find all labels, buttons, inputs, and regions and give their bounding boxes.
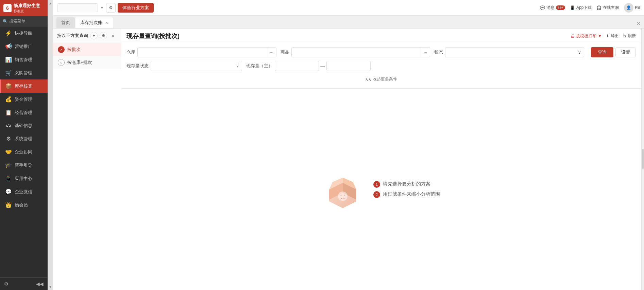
inventory-icon: 📦 (5, 83, 12, 89)
goods-filter: 商品 ··· (281, 47, 430, 57)
scheme-item-by-warehouse-batch[interactable]: ○ 按仓库+批次 (53, 56, 121, 69)
sidebar-footer: ⚙ ◀◀ (0, 277, 48, 290)
inventory-qty-label: 现存量（主） (246, 63, 273, 69)
inventory-qty-max-input[interactable] (326, 61, 371, 71)
collapse-sidebar-icon[interactable]: ◀◀ (36, 281, 44, 287)
finance-label: 资金管理 (15, 96, 32, 103)
online-service-label: 在线客服 (603, 5, 619, 11)
sidebar-item-marketing[interactable]: 📢 营销推广 (0, 40, 48, 53)
main-area: ▼ ⚙ 体验行业方案 💬 消息 99+ 📱 App下载 🎧 在线客服 (53, 0, 644, 290)
purchase-icon: 🛒 (5, 70, 12, 76)
apps-label: 应用中心 (15, 176, 32, 182)
sidebar-item-member[interactable]: 👑 畅会员 (0, 198, 48, 212)
collapse-panel-button[interactable]: « (109, 32, 117, 39)
warehouse-more-btn[interactable]: ··· (267, 48, 276, 57)
left-panel-actions: + ⚙ « (90, 32, 117, 39)
tab-close-button[interactable]: ✕ (636, 20, 641, 27)
export-label: 导出 (611, 33, 619, 39)
sidebar-item-purchase[interactable]: 🛒 采购管理 (0, 66, 48, 79)
page-title: 现存量查询(按批次) (126, 32, 180, 40)
app-title-block: 畅康通好生意 标准版 (14, 3, 40, 14)
status-filter: 状态 ∨ (434, 47, 584, 57)
tab-inventory-batch[interactable]: 库存批次账 ✕ (75, 17, 113, 28)
enterprise-label: 企业协同 (15, 149, 32, 155)
status-select[interactable]: ∨ (445, 47, 584, 57)
sidebar-item-inventory[interactable]: 📦 库存核算 (0, 79, 48, 93)
sidebar-item-wechat[interactable]: 💬 企业微信 (0, 185, 48, 198)
topbar-left: ▼ ⚙ 体验行业方案 (57, 3, 537, 13)
close-page-icon: ✕ (636, 20, 641, 27)
right-scrollbar[interactable] (641, 29, 644, 290)
page-title-bar: 现存量查询(按批次) 🖨 按模板打印 ▼ ⬆ 导出 ↻ 刷新 (121, 29, 641, 43)
tab-home[interactable]: 首页 (56, 17, 75, 28)
messages-button[interactable]: 💬 消息 99+ (540, 5, 565, 11)
apps-icon: 📱 (5, 175, 12, 182)
scroll-up-arrow[interactable]: ▲ (49, 1, 52, 5)
empty-illustration (322, 169, 363, 210)
sidebar-item-apps[interactable]: 📱 应用中心 (0, 172, 48, 185)
system-label: 系统管理 (15, 136, 32, 142)
settings-gear-button[interactable]: ⚙ (106, 3, 116, 13)
sidebar-scroll-buttons: ▲ ▼ (48, 0, 53, 290)
print-button[interactable]: 🖨 按模板打印 ▼ (571, 33, 602, 39)
sidebar-item-finance[interactable]: 💰 资金管理 (0, 93, 48, 106)
sidebar-item-sales[interactable]: 📊 销售管理 (0, 53, 48, 66)
sidebar-item-shortcuts[interactable]: ⚡ 快捷导航 (0, 26, 48, 40)
sidebar-item-basic[interactable]: 🗂 基础信息 (0, 119, 48, 132)
scheme-warehouse-label: 按仓库+批次 (67, 59, 92, 66)
goods-input-container[interactable]: ··· (291, 47, 430, 57)
page-title-actions: 🖨 按模板打印 ▼ ⬆ 导出 ↻ 刷新 (571, 33, 636, 39)
messages-label: 消息 (546, 5, 555, 11)
settings-button[interactable]: 设置 (615, 47, 636, 57)
scroll-down-arrow[interactable]: ▼ (49, 285, 52, 289)
empty-tips: 1 请先选择要分析的方案 2 用过滤条件来缩小分析范围 (373, 181, 440, 198)
goods-input[interactable] (292, 48, 421, 57)
collapse-conditions-button[interactable]: ∧∧ 收起更多条件 (126, 74, 636, 84)
scheme-item-by-batch[interactable]: ✓ 按批次 (53, 43, 121, 56)
sidebar-item-newcomer[interactable]: 🎓 新手引导 (0, 159, 48, 172)
left-panel-wrapper: 按以下方案查询 + ⚙ « ✓ 按批次 (53, 29, 121, 290)
online-service-button[interactable]: 🎧 在线客服 (596, 5, 619, 11)
inventory-status-select[interactable]: ∨ (151, 61, 242, 71)
search-input[interactable] (57, 3, 98, 12)
gear-icon: ⚙ (109, 5, 113, 10)
tip-text-2: 用过滤条件来缩小分析范围 (383, 191, 440, 197)
topbar-right: 💬 消息 99+ 📱 App下载 🎧 在线客服 👤 Rit (540, 3, 640, 13)
inventory-qty-min-input[interactable] (275, 61, 319, 71)
sidebar-item-enterprise[interactable]: 🤝 企业协同 (0, 145, 48, 159)
sidebar-header: 6 畅康通好生意 标准版 (0, 0, 48, 16)
print-chevron-icon: ▼ (598, 34, 602, 38)
shortcuts-label: 快捷导航 (15, 30, 32, 36)
refresh-button[interactable]: ↻ 刷新 (623, 33, 636, 39)
app-download-button[interactable]: 📱 App下载 (570, 5, 592, 11)
export-button[interactable]: ⬆ 导出 (606, 33, 619, 39)
sidebar-item-system[interactable]: ⚙ 系统管理 (0, 132, 48, 145)
scheme-settings-button[interactable]: ⚙ (100, 32, 107, 39)
user-name: Rit (635, 5, 640, 10)
app-download-label: App下载 (576, 5, 592, 11)
sidebar-item-operations[interactable]: 📋 经营管理 (0, 106, 48, 119)
left-panel-header: 按以下方案查询 + ⚙ « (53, 29, 121, 43)
scheme-batch-label: 按批次 (67, 47, 81, 53)
search-menu-item[interactable]: 🔍 搜索菜单 (0, 16, 48, 26)
refresh-icon: ↻ (623, 34, 626, 38)
user-profile-button[interactable]: 👤 Rit (624, 3, 640, 13)
member-icon: 👑 (5, 202, 12, 208)
goods-label: 商品 (281, 49, 289, 55)
goods-more-btn[interactable]: ··· (421, 48, 430, 57)
sidebar-nav: ⚡ 快捷导航 📢 营销推广 📊 销售管理 🛒 采购管理 📦 库存核算 💰 资金管… (0, 26, 48, 277)
newcomer-icon: 🎓 (5, 162, 12, 168)
experience-button[interactable]: 体验行业方案 (118, 3, 154, 13)
warehouse-input-container[interactable]: ··· (137, 47, 276, 57)
collapse-icon: « (112, 33, 114, 38)
query-button[interactable]: 查询 (591, 47, 613, 57)
add-scheme-button[interactable]: + (90, 32, 98, 39)
wechat-icon: 💬 (5, 188, 12, 195)
tab-close-icon[interactable]: ✕ (105, 21, 108, 25)
settings-footer-icon[interactable]: ⚙ (4, 281, 9, 287)
svg-point-5 (344, 195, 345, 196)
status-chevron-icon: ∨ (578, 50, 581, 55)
warehouse-input[interactable] (138, 48, 267, 57)
print-label: 按模板打印 (576, 33, 596, 39)
service-icon: 🎧 (596, 5, 601, 10)
